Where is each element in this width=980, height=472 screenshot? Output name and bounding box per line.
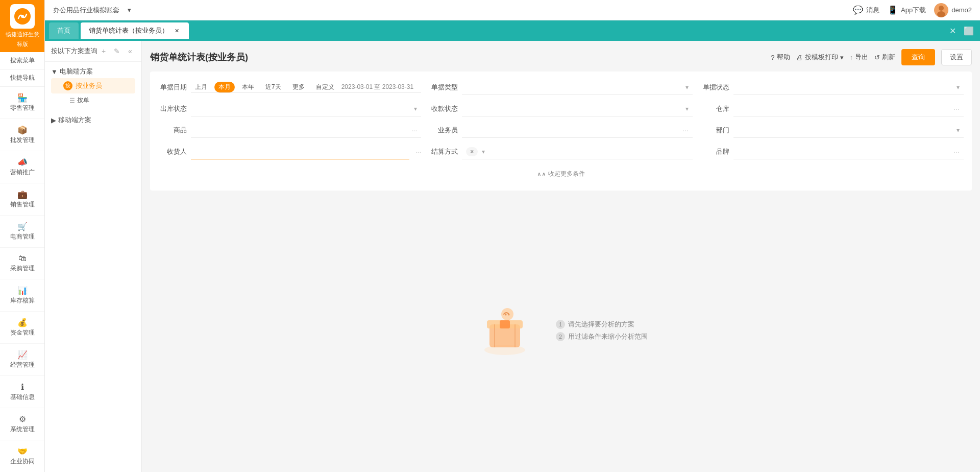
sidebar-item-finance[interactable]: 💰资金管理 — [0, 312, 44, 344]
topbar-user[interactable]: demo2 — [934, 3, 972, 17]
sidebar-item-system[interactable]: ⚙系统管理 — [0, 408, 44, 440]
filter-settlement: 结算方式 × ▾ — [429, 144, 692, 159]
tab-home-label: 首页 — [57, 26, 70, 35]
sidebar-item-marketing[interactable]: 📣营销推广 — [0, 151, 44, 183]
tab-home[interactable]: 首页 — [49, 22, 79, 39]
export-button[interactable]: ↑ 导出 — [850, 53, 869, 62]
doc-status-label: 单据状态 — [701, 83, 729, 92]
dept-select[interactable]: ▾ — [733, 123, 964, 138]
scheme-item-by-staff[interactable]: 按 按业务员 — [51, 78, 135, 93]
hint-num-2: 2 — [556, 332, 565, 341]
tab-maximize-button[interactable]: ⬜ — [962, 23, 976, 38]
user-avatar — [934, 3, 948, 17]
warehouse-select[interactable]: ··· — [733, 101, 964, 116]
help-button[interactable]: ? 帮助 — [771, 53, 790, 62]
tab-close-all-button[interactable]: ✕ — [945, 23, 960, 38]
goods-dots[interactable]: ··· — [411, 126, 418, 134]
empty-illustration — [474, 299, 535, 362]
topbar: 办公用品行业模拟账套 ▾ 💬 消息 📱 App下载 demo2 — [45, 0, 980, 20]
collapse-panel-button[interactable]: « — [125, 46, 135, 56]
date-btn-7days[interactable]: 近7天 — [261, 82, 285, 92]
expand-arrow-icon: ▼ — [51, 68, 58, 76]
sidebar-quick-nav-label[interactable]: 快捷导航 — [10, 74, 35, 82]
svg-point-4 — [937, 11, 945, 17]
tab-sales-stat-label: 销货单统计表（按业务员） — [89, 26, 168, 35]
tab-close-icon[interactable]: ✕ — [173, 27, 181, 35]
scheme-item-by-order[interactable]: ☰ 按单 — [51, 93, 135, 107]
warehouse-dots[interactable]: ··· — [953, 105, 960, 113]
refresh-icon: ↺ — [874, 54, 880, 61]
sidebar-item-sales[interactable]: 💼销售管理 — [0, 183, 44, 216]
staff-select[interactable]: ··· — [462, 123, 692, 138]
date-btn-custom[interactable]: 自定义 — [312, 82, 338, 92]
date-btn-last-month[interactable]: 上月 — [191, 82, 211, 92]
doc-type-select[interactable]: ▾ — [462, 80, 692, 95]
sidebar-item-ecommerce[interactable]: 🛒电商管理 — [0, 216, 44, 248]
sidebar-logo[interactable]: 畅捷通好生意 标版 — [0, 0, 44, 52]
finance-icon: 💰 — [17, 318, 28, 327]
filter-shipment: 出库状态 ▾ — [158, 101, 421, 116]
settlement-tag-close[interactable]: × — [470, 148, 474, 155]
collapse-button[interactable]: ∧∧ 收起更多条件 — [531, 168, 591, 180]
sidebar-item-label-finance: 资金管理 — [10, 328, 35, 337]
date-label: 单据日期 — [158, 83, 187, 92]
wholesale-icon: 📦 — [17, 125, 28, 135]
add-icon: + — [102, 47, 106, 55]
shipment-label: 出库状态 — [158, 104, 187, 113]
marketing-icon: 📣 — [17, 157, 28, 167]
topbar-app-title[interactable]: 办公用品行业模拟账套 — [53, 6, 119, 15]
filter-consignee: 收货人 ··· — [158, 144, 421, 159]
sidebar-item-label-ecommerce: 电商管理 — [10, 232, 35, 241]
add-scheme-button[interactable]: + — [99, 46, 109, 56]
sidebar-quick-nav-section[interactable]: 快捷导航 — [0, 69, 44, 87]
user-name: demo2 — [951, 6, 972, 14]
edit-scheme-button[interactable]: ✎ — [112, 46, 122, 56]
date-btn-this-year[interactable]: 本年 — [238, 82, 258, 92]
goods-select[interactable]: ··· — [191, 123, 421, 138]
mobile-scheme-group-header[interactable]: ▶ 移动端方案 — [51, 113, 135, 127]
brand-label: 品牌 — [701, 147, 729, 156]
date-btn-more[interactable]: 更多 — [288, 82, 309, 92]
goods-label: 商品 — [158, 126, 187, 135]
doc-status-select[interactable]: ▾ — [733, 80, 964, 95]
sidebar-menu: 🏪零售管理📦批发管理📣营销推广💼销售管理🛒电商管理🛍采购管理📊库存核算💰资金管理… — [0, 87, 44, 472]
shipment-select[interactable]: ▾ — [191, 101, 421, 116]
settings-button[interactable]: 设置 — [941, 49, 972, 65]
payment-label: 收款状态 — [429, 104, 458, 113]
dept-label: 部门 — [701, 126, 729, 135]
sidebar-item-label-system: 系统管理 — [10, 425, 35, 434]
sidebar-item-operations[interactable]: 📈经营管理 — [0, 344, 44, 376]
consignee-input[interactable] — [191, 144, 409, 159]
staff-dots[interactable]: ··· — [682, 126, 689, 134]
pc-scheme-group-header[interactable]: ▼ 电脑端方案 — [51, 65, 135, 78]
mobile-scheme-group: ▶ 移动端方案 — [45, 110, 141, 130]
consignee-label: 收货人 — [158, 147, 187, 156]
topbar-message[interactable]: 💬 消息 — [853, 5, 879, 15]
brand-select[interactable]: ··· — [733, 144, 964, 159]
sidebar-item-retail[interactable]: 🏪零售管理 — [0, 87, 44, 119]
settlement-select[interactable]: × ▾ — [462, 144, 692, 159]
sidebar-item-basic[interactable]: ℹ基础信息 — [0, 376, 44, 408]
date-btn-this-month[interactable]: 本月 — [214, 82, 235, 92]
sidebar-search-section[interactable]: 搜索菜单 — [0, 52, 44, 69]
brand-dots[interactable]: ··· — [953, 148, 960, 156]
print-button[interactable]: 🖨 按模板打印 ▾ — [796, 53, 844, 62]
sidebar-search-label[interactable]: 搜索菜单 — [10, 56, 35, 65]
query-button[interactable]: 查询 — [901, 49, 935, 65]
print-icon: 🖨 — [796, 54, 803, 61]
enterprise-icon: 🤝 — [17, 446, 28, 456]
topbar-app-download[interactable]: 📱 App下载 — [888, 5, 926, 15]
filter-warehouse: 仓库 ··· — [701, 101, 964, 116]
print-dropdown-icon: ▾ — [840, 54, 844, 61]
payment-select[interactable]: ▾ — [462, 101, 692, 116]
sidebar-item-inventory[interactable]: 📊库存核算 — [0, 279, 44, 312]
sidebar-item-label-wholesale: 批发管理 — [10, 136, 35, 145]
sidebar-item-wholesale[interactable]: 📦批发管理 — [0, 119, 44, 151]
sidebar-item-purchase[interactable]: 🛍采购管理 — [0, 248, 44, 279]
tab-sales-stat[interactable]: 销货单统计表（按业务员） ✕ — [81, 22, 189, 39]
refresh-button[interactable]: ↺ 刷新 — [874, 53, 895, 62]
consignee-dots[interactable]: ··· — [415, 148, 422, 156]
topbar-dropdown-icon[interactable]: ▾ — [128, 6, 131, 14]
filter-goods: 商品 ··· — [158, 123, 421, 138]
sidebar-item-enterprise[interactable]: 🤝企业协同 — [0, 440, 44, 472]
